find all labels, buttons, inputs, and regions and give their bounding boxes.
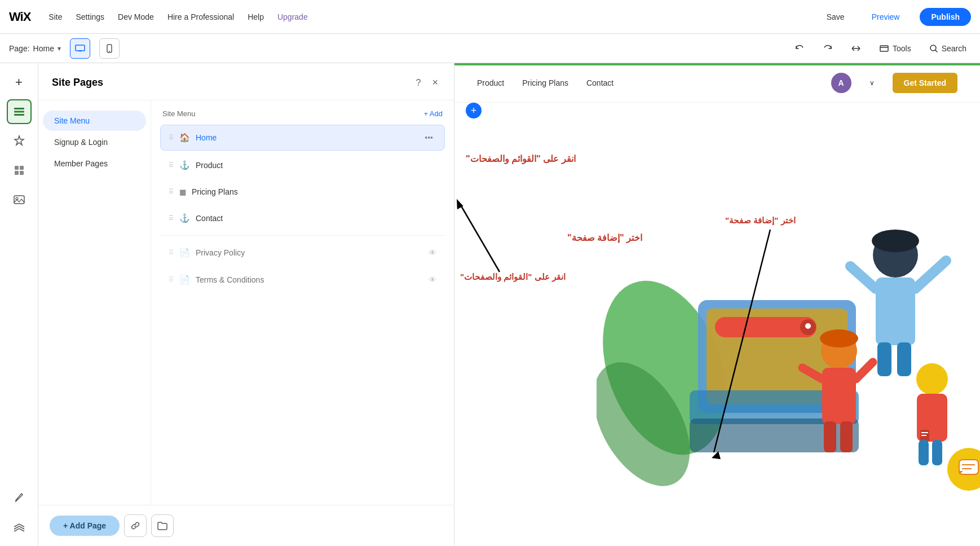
nav-help[interactable]: Help xyxy=(248,10,264,24)
layers-button[interactable] xyxy=(7,514,32,539)
page-item-home[interactable]: ⠿ 🏠 Home ••• xyxy=(160,125,445,151)
svg-rect-18 xyxy=(20,166,24,170)
undo-button[interactable] xyxy=(790,41,809,56)
site-nav-contact[interactable]: Contact xyxy=(586,78,613,87)
nav-settings[interactable]: Settings xyxy=(76,10,104,24)
drag-handle-icon: ⠿ xyxy=(169,134,174,142)
svg-line-43 xyxy=(856,362,873,379)
panel-close-button[interactable]: × xyxy=(430,74,440,91)
svg-rect-37 xyxy=(877,342,891,376)
drag-handle-icon: ⠿ xyxy=(169,276,174,284)
page-item-left: ⠿ 📄 Terms & Conditions xyxy=(169,275,264,285)
second-navigation: Page: Home ▾ Tools Search xyxy=(0,34,980,63)
page-prefix: Page: xyxy=(9,44,30,53)
tools-label: Tools xyxy=(893,44,911,53)
add-section-bar: + xyxy=(454,102,980,120)
svg-rect-16 xyxy=(14,114,24,116)
add-page-button[interactable]: + Add Page xyxy=(50,516,120,536)
svg-rect-21 xyxy=(14,196,24,204)
product-page-icon: ⚓ xyxy=(179,160,190,170)
preview-button[interactable]: Preview xyxy=(865,9,907,25)
hidden-eye-icon: 👁 xyxy=(429,275,436,284)
page-item-right: 👁 xyxy=(429,275,436,284)
wix-logo: WiX xyxy=(9,10,30,24)
svg-point-40 xyxy=(820,329,858,347)
privacy-page-name: Privacy Policy xyxy=(196,248,245,257)
product-page-name: Product xyxy=(196,161,223,170)
site-pages-panel: Site Pages ? × Site Menu Signup & Login … xyxy=(38,63,454,546)
svg-rect-44 xyxy=(824,421,836,452)
mobile-view-button[interactable] xyxy=(99,38,120,59)
section-header: Site Menu + Add xyxy=(160,109,445,118)
svg-point-29 xyxy=(805,323,811,329)
svg-point-33 xyxy=(872,230,919,252)
desktop-view-button[interactable] xyxy=(70,38,90,59)
design-button[interactable] xyxy=(7,129,32,153)
nav-hire[interactable]: Hire a Professional xyxy=(167,10,234,24)
apps-button[interactable] xyxy=(7,158,32,183)
home-page-more-button[interactable]: ••• xyxy=(421,132,436,143)
pages-list: Site Menu + Add ⠿ 🏠 Home ••• xyxy=(151,100,454,505)
panel-footer: + Add Page xyxy=(38,505,454,546)
page-item-contact[interactable]: ⠿ ⚓ Contact xyxy=(160,206,445,231)
svg-rect-0 xyxy=(76,45,85,51)
avatar[interactable]: A xyxy=(831,73,851,93)
pen-button[interactable] xyxy=(7,485,32,510)
page-item-terms[interactable]: ⠿ 📄 Terms & Conditions 👁 xyxy=(160,267,445,292)
get-started-button[interactable]: Get Started xyxy=(893,73,957,93)
add-link-button[interactable] xyxy=(124,514,147,537)
page-label: Page: Home ▾ xyxy=(9,44,61,53)
panel-help-button[interactable]: ? xyxy=(414,74,423,91)
section-label: Site Menu xyxy=(162,109,196,118)
menu-nav-signup[interactable]: Signup & Login xyxy=(43,132,146,152)
page-item-left: ⠿ ▦ Pricing Plans xyxy=(169,187,238,196)
website-header: Product Pricing Plans Contact A ∨ Get St… xyxy=(454,63,980,103)
click-annotation: "انقر على "القوائم والصفحات xyxy=(466,153,576,164)
add-folder-button[interactable] xyxy=(151,514,174,537)
hidden-eye-icon: 👁 xyxy=(429,248,436,257)
svg-rect-41 xyxy=(822,368,856,424)
home-page-name: Home xyxy=(196,133,217,142)
tools-button[interactable]: Tools xyxy=(875,41,916,56)
dropdown-arrow-icon[interactable]: ∨ xyxy=(869,79,875,87)
drag-handle-icon: ⠿ xyxy=(169,161,174,169)
panel-header: Site Pages ? × xyxy=(38,63,454,100)
menu-nav-site-menu[interactable]: Site Menu xyxy=(43,111,146,131)
pages-divider xyxy=(160,235,445,236)
save-button[interactable]: Save xyxy=(820,9,851,25)
svg-line-13 xyxy=(935,50,937,52)
contact-page-icon: ⚓ xyxy=(179,213,190,223)
redo-button[interactable] xyxy=(818,41,837,56)
page-item-pricing-plans[interactable]: ⠿ ▦ Pricing Plans xyxy=(160,180,445,204)
menu-nav-member[interactable]: Member Pages xyxy=(43,153,146,174)
drag-handle-icon: ⠿ xyxy=(169,249,174,257)
drag-handle-icon: ⠿ xyxy=(169,188,174,196)
page-item-product[interactable]: ⠿ ⚓ Product xyxy=(160,153,445,178)
add-section-button[interactable]: + xyxy=(466,103,482,118)
zoom-button[interactable] xyxy=(846,41,866,56)
publish-button[interactable]: Publish xyxy=(920,8,971,26)
search-label: Search xyxy=(942,44,966,53)
page-item-privacy[interactable]: ⠿ 📄 Privacy Policy 👁 xyxy=(160,240,445,265)
svg-rect-17 xyxy=(15,166,19,170)
site-nav-product[interactable]: Product xyxy=(477,78,504,87)
svg-rect-52 xyxy=(932,440,942,465)
page-dropdown-icon[interactable]: ▾ xyxy=(58,45,61,52)
add-element-button[interactable]: + xyxy=(7,70,32,95)
canvas-area: Product Pricing Plans Contact A ∨ Get St… xyxy=(454,63,980,546)
svg-rect-54 xyxy=(959,460,978,474)
media-button[interactable] xyxy=(7,187,32,212)
page-item-left: ⠿ 🏠 Home xyxy=(169,133,217,143)
nav-upgrade[interactable]: Upgrade xyxy=(277,12,308,21)
sidebar-bottom xyxy=(7,485,32,539)
add-page-link-button[interactable]: + Add xyxy=(423,109,443,118)
home-page-icon: 🏠 xyxy=(179,133,190,143)
nav-devmode[interactable]: Dev Mode xyxy=(118,10,154,24)
search-button[interactable]: Search xyxy=(925,42,971,55)
pages-menus-button[interactable] xyxy=(7,99,32,124)
nav-site[interactable]: Site xyxy=(48,10,62,24)
illustration-svg xyxy=(597,142,980,492)
menu-navigation: Site Menu Signup & Login Member Pages xyxy=(38,100,151,505)
site-nav-pricing[interactable]: Pricing Plans xyxy=(522,78,568,87)
click-annotation-text: "انقر على "القوائم والصفحات xyxy=(466,154,576,164)
